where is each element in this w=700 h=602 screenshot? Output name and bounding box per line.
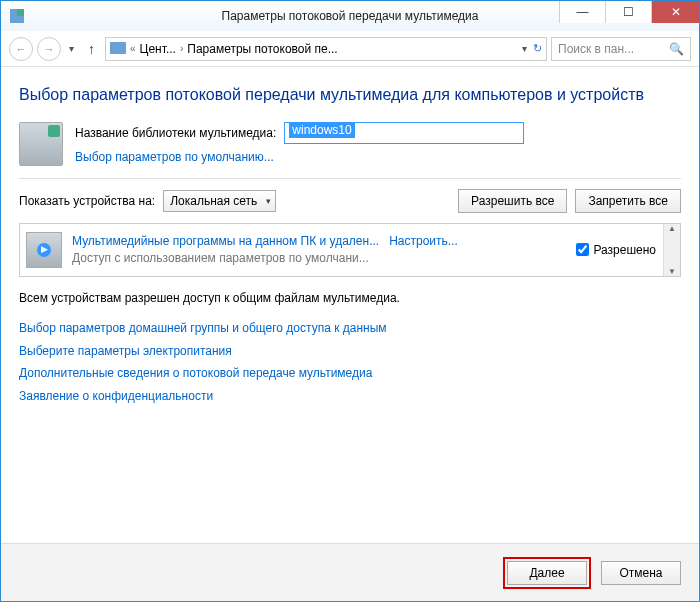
chevron-down-icon[interactable]: ▾ (522, 43, 527, 54)
scroll-up-icon: ▲ (668, 224, 676, 233)
block-all-button[interactable]: Запретить все (575, 189, 681, 213)
title-bar: Параметры потоковой передачи мультимедиа… (1, 1, 699, 31)
homegroup-link[interactable]: Выбор параметров домашней группы и общег… (19, 317, 681, 340)
allow-all-button[interactable]: Разрешить все (458, 189, 567, 213)
refresh-icon[interactable]: ↻ (533, 42, 542, 55)
search-icon: 🔍 (669, 42, 684, 56)
library-name-value: windows10 (289, 122, 354, 138)
page-heading: Выбор параметров потоковой передачи муль… (19, 85, 681, 106)
allowed-checkbox[interactable] (576, 243, 589, 256)
device-icon (26, 232, 62, 268)
scroll-down-icon: ▼ (668, 267, 676, 276)
library-name-label: Название библиотеки мультимедиа: (75, 126, 276, 140)
svg-rect-1 (17, 9, 24, 16)
power-link[interactable]: Выберите параметры электропитания (19, 340, 681, 363)
library-icon (19, 122, 63, 166)
device-name: Мультимедийные программы на данном ПК и … (72, 234, 379, 248)
nav-toolbar: ← → ▾ ↑ « Цент... › Параметры потоковой … (1, 31, 699, 67)
close-button[interactable]: ✕ (651, 1, 699, 23)
device-configure-link[interactable]: Настроить... (389, 234, 458, 248)
defaults-link[interactable]: Выбор параметров по умолчанию... (75, 150, 681, 164)
minimize-button[interactable]: — (559, 1, 605, 23)
network-select[interactable]: Локальная сеть (163, 190, 276, 212)
footer-bar: Далее Отмена (1, 543, 699, 601)
device-row[interactable]: Мультимедийные программы на данном ПК и … (72, 233, 566, 267)
back-button[interactable]: ← (9, 37, 33, 61)
history-chevron-icon[interactable]: ▾ (65, 43, 78, 54)
privacy-link[interactable]: Заявление о конфиденциальности (19, 385, 681, 408)
library-block: Название библиотеки мультимедиа: windows… (19, 122, 681, 166)
device-desc: Доступ с использованием параметров по ум… (72, 251, 369, 265)
info-link[interactable]: Дополнительные сведения о потоковой пере… (19, 362, 681, 385)
show-devices-row: Показать устройства на: Локальная сеть Р… (19, 189, 681, 213)
search-placeholder: Поиск в пан... (558, 42, 634, 56)
divider (19, 178, 681, 179)
forward-button[interactable]: → (37, 37, 61, 61)
app-icon (9, 8, 25, 24)
library-name-input[interactable]: windows10 (284, 122, 524, 144)
breadcrumb-item[interactable]: Параметры потоковой пе... (187, 42, 337, 56)
address-bar[interactable]: « Цент... › Параметры потоковой пе... ▾ … (105, 37, 547, 61)
chevron-right-icon: › (178, 43, 185, 54)
up-button[interactable]: ↑ (82, 41, 101, 57)
device-list: Мультимедийные программы на данном ПК и … (19, 223, 681, 277)
allowed-label: Разрешено (593, 243, 656, 257)
highlight-annotation: Далее (503, 557, 591, 589)
window-title: Параметры потоковой передачи мультимедиа (222, 9, 479, 23)
scrollbar[interactable]: ▲▼ (663, 224, 680, 276)
status-text: Всем устройствам разрешен доступ к общим… (19, 291, 681, 305)
svg-rect-2 (110, 42, 126, 54)
next-button[interactable]: Далее (507, 561, 587, 585)
related-links: Выбор параметров домашней группы и общег… (19, 317, 681, 408)
breadcrumb-sep-icon: « (128, 43, 138, 54)
search-input[interactable]: Поиск в пан... 🔍 (551, 37, 691, 61)
content-area: Выбор параметров потоковой передачи муль… (1, 67, 699, 408)
folder-icon (110, 40, 126, 57)
breadcrumb-item[interactable]: Цент... (140, 42, 176, 56)
cancel-button[interactable]: Отмена (601, 561, 681, 585)
maximize-button[interactable]: ☐ (605, 1, 651, 23)
show-devices-label: Показать устройства на: (19, 194, 155, 208)
